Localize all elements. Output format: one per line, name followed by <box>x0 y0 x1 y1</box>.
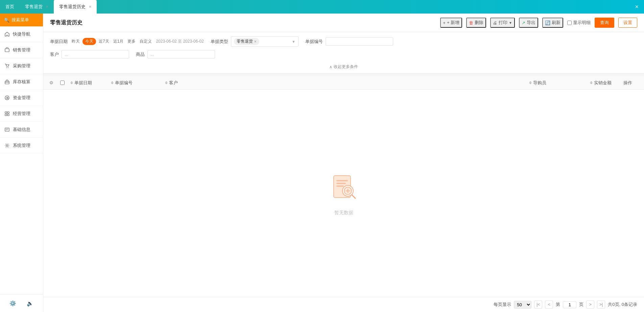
sidebar-item-inventory-label: 库存核算 <box>13 79 30 85</box>
sidebar-item-purchase-label: 采购管理 <box>13 63 30 69</box>
tab-retail-return-history[interactable]: 零售退货历史 × <box>54 0 97 14</box>
goods-filter-select[interactable]: ... <box>147 50 215 59</box>
svg-rect-6 <box>7 112 9 113</box>
date-sort-icon <box>70 81 73 84</box>
next-page-button[interactable]: > <box>586 300 594 309</box>
svg-point-2 <box>8 67 8 68</box>
collapse-bar[interactable]: ∧ 收起更多条件 <box>50 62 637 70</box>
settings-bottom-icon[interactable]: ⚙️ <box>8 298 18 308</box>
number-filter-input[interactable] <box>326 37 393 46</box>
sidebar-item-basic-info[interactable]: 基础信息 <box>0 122 43 138</box>
th-number-label: 单据编号 <box>115 80 133 86</box>
delete-button[interactable]: 🗑 删除 <box>466 18 486 28</box>
customer-filter-select[interactable]: ... <box>62 50 129 59</box>
top-bar: 首页 零售退货 × 零售退货历史 × × <box>0 0 644 14</box>
th-ops: 操作 <box>614 80 641 86</box>
tab-list: 首页 零售退货 × 零售退货历史 × <box>0 0 635 14</box>
delete-icon: 🗑 <box>469 20 473 25</box>
date-btn-1month[interactable]: 近1月 <box>112 38 125 45</box>
inventory-icon <box>4 79 10 85</box>
sidebar: 🔍 搜索菜单 快捷导航 销售管理 采购管理 库存核算 <box>0 14 43 312</box>
export-label: 导出 <box>527 20 535 26</box>
purchase-icon <box>4 63 10 69</box>
sidebar-item-finance[interactable]: 资金管理 <box>0 90 43 106</box>
svg-point-10 <box>6 145 8 147</box>
audio-bottom-icon[interactable]: 🔈 <box>25 298 35 308</box>
sidebar-item-sales[interactable]: 销售管理 <box>0 42 43 58</box>
page-unit: 页 <box>579 302 583 308</box>
setting-button[interactable]: 设置 <box>618 18 637 28</box>
export-button[interactable]: ↗ 导出 <box>519 18 538 28</box>
sidebar-item-quick-nav-label: 快捷导航 <box>13 31 30 37</box>
date-btn-more[interactable]: 更多 <box>126 38 137 45</box>
tab-retail-return-close[interactable]: × <box>46 4 48 9</box>
type-filter-tag: 零售退货 × <box>234 38 259 45</box>
filter-row-1: 单据日期 昨天 今天 近7天 近1月 更多 自定义 2023-06-02 至 2… <box>50 36 637 47</box>
main-layout: 🔍 搜索菜单 快捷导航 销售管理 采购管理 库存核算 <box>0 14 644 312</box>
type-dropdown-icon: ▼ <box>292 40 295 44</box>
sales-icon <box>4 47 10 53</box>
type-filter-select[interactable]: 零售退货 × ▼ <box>231 36 299 47</box>
type-tag-remove[interactable]: × <box>254 39 257 44</box>
tab-home[interactable]: 首页 <box>0 0 20 14</box>
date-filter-buttons: 昨天 今天 近7天 近1月 更多 自定义 <box>70 38 153 45</box>
per-page-label: 每页显示 <box>494 302 511 308</box>
finance-icon <box>4 95 10 101</box>
type-tag-text: 零售退货 <box>237 39 253 44</box>
sidebar-item-system[interactable]: 系统管理 <box>0 138 43 154</box>
goods-filter: 商品 ... <box>136 50 215 59</box>
add-button[interactable]: + + 新增 <box>440 18 462 28</box>
sidebar-item-quick-nav[interactable]: 快捷导航 <box>0 26 43 42</box>
window-close-button[interactable]: × <box>635 3 644 10</box>
select-all-checkbox[interactable] <box>60 81 65 85</box>
date-btn-yesterday[interactable]: 昨天 <box>70 38 81 45</box>
add-icon: + <box>443 20 446 25</box>
pagination: 每页显示 10 20 50 100 |< < 第 页 > >| 共0页, 0条记… <box>43 297 644 312</box>
number-filter-label: 单据编号 <box>305 39 323 45</box>
svg-point-1 <box>6 67 7 68</box>
table-settings-icon[interactable]: ⚙ <box>46 80 57 85</box>
table-select-all[interactable] <box>57 81 68 85</box>
tab-retail-return[interactable]: 零售退货 × <box>20 0 54 14</box>
total-label: 共0页, 0条记录 <box>608 302 637 308</box>
print-button[interactable]: 🖨 打印 ▼ <box>490 18 515 28</box>
per-page-select[interactable]: 10 20 50 100 <box>514 301 531 309</box>
th-number[interactable]: 单据编号 <box>108 80 162 86</box>
th-guide-label: 导购员 <box>533 80 546 86</box>
display-detail-toggle[interactable]: 显示明细 <box>567 20 591 26</box>
last-page-button[interactable]: >| <box>597 300 605 309</box>
svg-rect-13 <box>336 183 346 184</box>
sidebar-item-purchase[interactable]: 采购管理 <box>0 58 43 74</box>
collapse-label: 收起更多条件 <box>334 64 358 70</box>
display-detail-checkbox[interactable] <box>567 21 572 25</box>
th-date[interactable]: 单据日期 <box>68 80 108 86</box>
sidebar-search[interactable]: 🔍 搜索菜单 <box>0 14 43 26</box>
date-btn-custom[interactable]: 自定义 <box>138 38 153 45</box>
th-customer[interactable]: 客户 <box>162 80 526 86</box>
sidebar-item-inventory[interactable]: 库存核算 <box>0 74 43 90</box>
page-input[interactable] <box>563 301 576 308</box>
refresh-button[interactable]: 🔄 刷新 <box>542 18 563 28</box>
guide-sort-icon <box>529 81 532 84</box>
th-guide[interactable]: 导购员 <box>526 80 580 86</box>
sidebar-item-operations[interactable]: 经营管理 <box>0 106 43 122</box>
date-filter: 单据日期 昨天 今天 近7天 近1月 更多 自定义 2023-06-02 至 2… <box>50 38 204 45</box>
th-customer-label: 客户 <box>169 80 178 86</box>
svg-rect-12 <box>336 180 348 181</box>
goods-dots: ... <box>150 52 154 57</box>
date-btn-today[interactable]: 今天 <box>82 38 96 45</box>
prev-page-button[interactable]: < <box>545 300 553 309</box>
th-ops-label: 操作 <box>623 80 632 86</box>
th-amount[interactable]: 实销金额 <box>580 80 614 86</box>
tab-home-label: 首页 <box>5 4 14 10</box>
first-page-button[interactable]: |< <box>534 300 542 309</box>
svg-line-17 <box>352 195 355 198</box>
collapse-icon: ∧ <box>329 65 332 69</box>
th-amount-label: 实销金额 <box>594 80 612 86</box>
tab-retail-return-history-close[interactable]: × <box>89 4 91 9</box>
date-btn-7days[interactable]: 近7天 <box>97 38 111 45</box>
sidebar-item-basic-info-label: 基础信息 <box>13 127 30 133</box>
query-button[interactable]: 查询 <box>595 18 614 28</box>
date-filter-label: 单据日期 <box>50 39 68 45</box>
th-date-label: 单据日期 <box>74 80 92 86</box>
